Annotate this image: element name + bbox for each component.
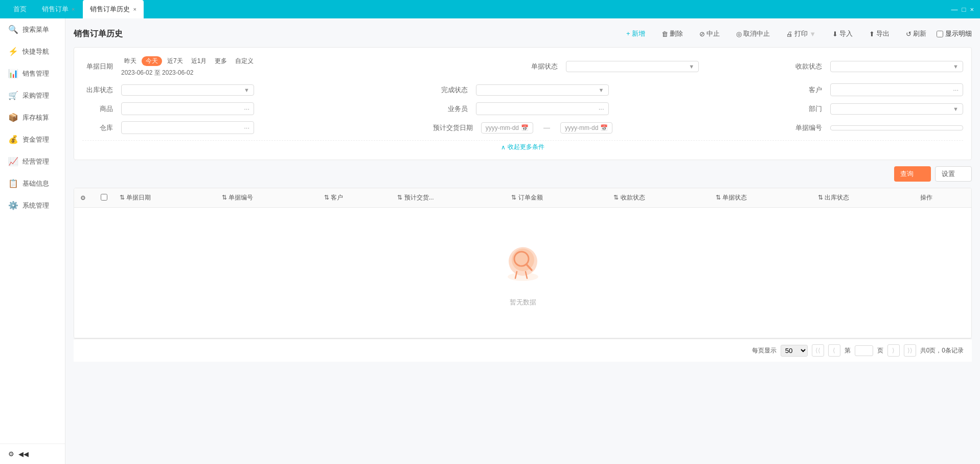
col-receipt-status[interactable]: ⇅ 收款状态 [607, 188, 710, 208]
top-bar: 首页 销售订单 × 销售订单历史 × — □ × [0, 0, 980, 18]
next-page-btn[interactable]: ⟩ [887, 344, 900, 357]
data-table: ⚙ ⇅ 单据日期 ⇅ 单据编号 ⇅ 客户 [74, 188, 971, 338]
export-button[interactable]: ⬆ 导出 [863, 27, 896, 41]
date-label: 单据日期 [82, 62, 113, 71]
stop-button[interactable]: ⊘ 中止 [693, 27, 726, 41]
total-info: 共0页，0条记录 [920, 346, 964, 355]
col-expected-delivery[interactable]: ⇅ 预计交货... [391, 188, 505, 208]
customer-ellipsis[interactable]: ··· [953, 86, 959, 94]
tab-home-label: 首页 [13, 5, 27, 14]
select-all-checkbox[interactable] [101, 194, 107, 201]
last-page-btn[interactable]: ⟩⟩ [904, 344, 916, 357]
product-input[interactable]: ··· [121, 102, 254, 115]
tab-sales-order[interactable]: 销售订单 × [35, 0, 82, 18]
tab-sales-order-history-close[interactable]: × [133, 6, 136, 12]
per-page-label: 每页显示 [752, 346, 777, 355]
product-label: 商品 [82, 104, 113, 114]
sidebar-item-inventory-label: 库存核算 [22, 113, 49, 122]
date-yesterday[interactable]: 昨天 [121, 56, 140, 67]
import-icon: ⬇ [832, 30, 838, 38]
sidebar-settings-icon[interactable]: ⚙ [8, 450, 14, 458]
current-page-input[interactable]: 1 [855, 345, 873, 356]
dept-arrow: ▼ [953, 106, 959, 112]
calendar-to-icon[interactable]: 📅 [600, 124, 608, 131]
date-range-text: 2023-06-02 至 2023-06-02 [121, 69, 257, 77]
window-close-btn[interactable]: × [970, 6, 974, 13]
expected-date-from-input[interactable]: yyyy-mm-dd 📅 [481, 122, 533, 134]
col-bill-number[interactable]: ⇅ 单据编号 [216, 188, 318, 208]
dept-select[interactable]: ▼ [830, 103, 963, 115]
system-icon: ⚙️ [8, 201, 18, 210]
delete-button[interactable]: 🗑 🗑 删除 删除 [655, 27, 689, 41]
complete-status-select[interactable]: ▼ [476, 84, 609, 96]
sidebar-item-finance[interactable]: 💰 资金管理 [0, 128, 65, 150]
col-bill-date[interactable]: ⇅ 单据日期 [113, 188, 216, 208]
new-button[interactable]: + 新增 [620, 27, 651, 41]
sidebar-item-inventory[interactable]: 📦 库存核算 [0, 106, 65, 128]
date-more[interactable]: 更多 [212, 56, 230, 67]
warehouse-ellipsis[interactable]: ··· [244, 124, 249, 131]
product-ellipsis[interactable]: ··· [244, 105, 249, 113]
import-button[interactable]: ⬇ 导入 [826, 27, 859, 41]
sidebar-item-basic-info[interactable]: 📋 基础信息 [0, 172, 65, 194]
page-unit: 页 [877, 346, 883, 355]
export-icon: ⬆ [869, 30, 875, 38]
sidebar-bottom: ⚙ ◀◀ [0, 444, 65, 464]
col-customer[interactable]: ⇅ 客户 [318, 188, 392, 208]
bill-status-arrow: ▼ [689, 63, 694, 70]
sidebar-item-operation[interactable]: 📈 经营管理 [0, 150, 65, 172]
tab-sales-order-label: 销售订单 [42, 5, 69, 14]
sidebar-item-search[interactable]: 🔍 搜索菜单 [0, 18, 65, 40]
bill-number-input[interactable] [830, 125, 963, 130]
sidebar-item-quick-nav[interactable]: ⚡ 快捷导航 [0, 40, 65, 62]
first-page-btn[interactable]: ⟨⟨ [812, 344, 824, 357]
collapse-filter-row[interactable]: ∧ 收起更多条件 [82, 140, 963, 151]
prev-page-btn[interactable]: ⟨ [828, 344, 840, 357]
date-today[interactable]: 今天 [142, 56, 162, 66]
col-settings[interactable]: ⚙ [74, 188, 95, 208]
expected-date-to-input[interactable]: yyyy-mm-dd 📅 [560, 122, 612, 134]
display-detail-checkbox-label[interactable]: 显示明细 [937, 29, 972, 38]
tab-home[interactable]: 首页 [6, 0, 34, 18]
warehouse-input[interactable]: ··· [121, 121, 254, 134]
sidebar-item-quick-nav-label: 快捷导航 [22, 47, 49, 56]
tab-sales-order-history[interactable]: 销售订单历史 × [83, 0, 143, 18]
date-1month[interactable]: 近1月 [188, 56, 210, 67]
sidebar-item-purchase[interactable]: 🛒 采购管理 [0, 84, 65, 106]
toolbar: + 新增 🗑 🗑 删除 删除 ⊘ 中止 ◎ 取消中止 🖨 打印 ▼ ⬇ 导入 [620, 27, 972, 41]
outbound-arrow: ▼ [244, 87, 249, 93]
sidebar-item-system[interactable]: ⚙️ 系统管理 [0, 194, 65, 216]
date-custom[interactable]: 自定义 [232, 56, 257, 67]
col-order-amount[interactable]: ⇅ 订单金额 [505, 188, 607, 208]
calendar-from-icon[interactable]: 📅 [521, 124, 529, 131]
cancel-stop-button[interactable]: ◎ 取消中止 [730, 27, 776, 41]
filter-row-2: 出库状态 ▼ 完成状态 ▼ 客户 ··· [82, 83, 963, 96]
expected-date-to-value: yyyy-mm-dd [565, 124, 598, 131]
bill-status-select[interactable]: ▼ [566, 61, 699, 72]
salesperson-ellipsis[interactable]: ··· [599, 105, 604, 113]
sidebar-item-sales[interactable]: 📊 销售管理 [0, 62, 65, 84]
window-minimize-btn[interactable]: — [951, 6, 958, 13]
window-maximize-btn[interactable]: □ [962, 6, 966, 13]
salesperson-input[interactable]: ··· [476, 102, 609, 115]
per-page-select[interactable]: 50 10 20 100 [781, 345, 808, 357]
stop-icon: ⊘ [699, 30, 705, 38]
query-button[interactable]: 查询 [894, 166, 931, 182]
customer-input[interactable]: ··· [830, 83, 963, 96]
quick-nav-icon: ⚡ [8, 47, 18, 56]
print-button[interactable]: 🖨 打印 ▼ [780, 27, 822, 41]
settings-button[interactable]: 设置 [935, 166, 972, 182]
collapse-label: 收起更多条件 [508, 143, 544, 151]
date-7days[interactable]: 近7天 [164, 56, 186, 67]
refresh-button[interactable]: ↺ 刷新 [900, 27, 932, 41]
inventory-icon: 📦 [8, 113, 18, 122]
col-outbound-status[interactable]: ⇅ 出库状态 [812, 188, 914, 208]
filter-row-1: 单据日期 昨天 今天 近7天 近1月 更多 自定义 2023-06-02 至 2… [82, 56, 963, 77]
col-bill-status[interactable]: ⇅ 单据状态 [710, 188, 812, 208]
receipt-status-select[interactable]: ▼ [830, 61, 963, 72]
display-detail-checkbox[interactable] [937, 31, 943, 37]
outbound-status-select[interactable]: ▼ [121, 84, 254, 96]
bill-status-label: 单据状态 [527, 62, 558, 71]
tab-sales-order-close[interactable]: × [72, 6, 75, 12]
sidebar-collapse-icon[interactable]: ◀◀ [18, 450, 29, 458]
